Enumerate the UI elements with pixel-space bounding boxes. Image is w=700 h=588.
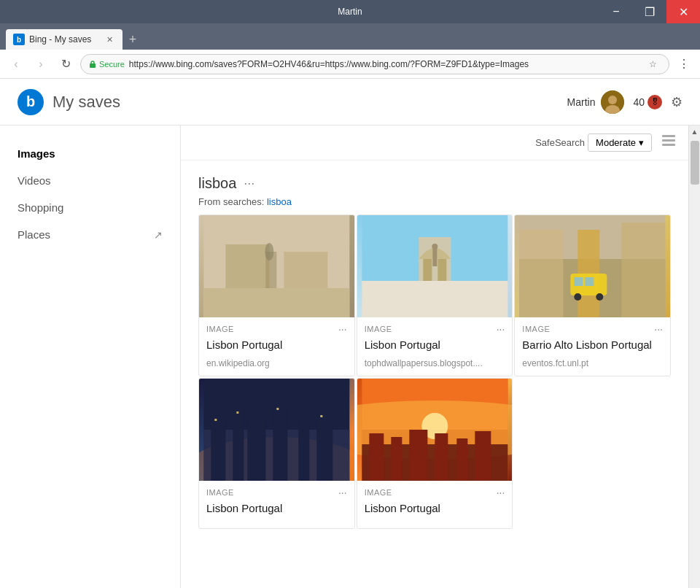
title-bar-username: Martin bbox=[338, 7, 362, 17]
main-content: SafeSearch Moderate ▾ lis bbox=[181, 125, 688, 588]
svg-rect-25 bbox=[586, 277, 594, 286]
sidebar-item-videos-label: Videos bbox=[18, 174, 51, 187]
page-header: b My saves Martin 40 🎖 ⚙ bbox=[0, 79, 700, 125]
sidebar-item-places-label: Places bbox=[18, 228, 50, 241]
svg-rect-35 bbox=[247, 419, 265, 481]
user-info[interactable]: Martin bbox=[567, 90, 625, 114]
browser-more-button[interactable]: ⋮ bbox=[674, 54, 694, 74]
bookmark-button[interactable]: ☆ bbox=[644, 55, 661, 73]
image-card-body: IMAGE ··· Lisbon Portugal bbox=[357, 481, 513, 529]
sidebar-item-places[interactable]: Places ↗ bbox=[0, 221, 180, 248]
image-card-meta: IMAGE ··· bbox=[522, 323, 663, 335]
image-thumbnail bbox=[199, 215, 354, 317]
image-type-label: IMAGE bbox=[206, 488, 234, 497]
dropdown-icon: ▾ bbox=[639, 137, 644, 148]
search-tag: lisboa ··· bbox=[198, 175, 671, 192]
places-arrow-icon: ↗ bbox=[154, 229, 163, 241]
sidebar-item-images[interactable]: Images bbox=[0, 140, 180, 167]
image-thumbnail bbox=[199, 379, 354, 481]
image-more-button[interactable]: ··· bbox=[338, 323, 347, 335]
image-more-button[interactable]: ··· bbox=[497, 323, 505, 335]
user-name: Martin bbox=[567, 96, 596, 108]
image-title: Lisbon Portugal bbox=[206, 501, 347, 516]
image-card[interactable]: IMAGE ··· Lisbon Portugal bbox=[198, 378, 355, 530]
safesearch-label: SafeSearch bbox=[535, 137, 585, 148]
svg-rect-14 bbox=[362, 281, 508, 317]
sidebar-item-shopping[interactable]: Shopping bbox=[0, 194, 180, 221]
image-more-button[interactable]: ··· bbox=[654, 323, 663, 335]
sidebar-item-images-label: Images bbox=[18, 147, 55, 160]
image-card-meta: IMAGE ··· bbox=[206, 323, 347, 335]
tab-favicon: b bbox=[13, 34, 25, 45]
image-card[interactable]: IMAGE ··· Lisbon Portugal bbox=[357, 378, 513, 530]
image-title: Lisbon Portugal bbox=[206, 338, 347, 352]
image-card-meta: IMAGE ··· bbox=[365, 323, 505, 335]
svg-rect-49 bbox=[391, 437, 402, 481]
image-more-button[interactable]: ··· bbox=[497, 487, 505, 498]
image-source: tophdwallpapersus.blogspot.... bbox=[365, 358, 505, 368]
browser-content: b My saves Martin 40 🎖 ⚙ bbox=[0, 79, 700, 588]
forward-button[interactable]: › bbox=[31, 54, 51, 74]
safesearch-value: Moderate bbox=[596, 137, 636, 148]
scroll-up-button[interactable]: ▲ bbox=[689, 125, 701, 138]
secure-label: Secure bbox=[99, 60, 125, 69]
image-card[interactable]: IMAGE ··· Lisbon Portugal en.wikipedia.o… bbox=[198, 214, 355, 376]
scroll-thumb[interactable] bbox=[691, 141, 699, 185]
image-card-meta: IMAGE ··· bbox=[365, 487, 505, 498]
maximize-button[interactable]: ❐ bbox=[633, 0, 666, 23]
list-view-icon[interactable] bbox=[661, 133, 677, 152]
image-card[interactable]: IMAGE ··· Lisbon Portugal tophdwallpaper… bbox=[357, 214, 513, 376]
svg-point-12 bbox=[265, 243, 273, 260]
svg-rect-33 bbox=[211, 415, 225, 481]
svg-rect-0 bbox=[90, 63, 96, 68]
settings-icon[interactable]: ⚙ bbox=[671, 94, 682, 110]
browser-scrollbar[interactable]: ▲ bbox=[688, 125, 700, 588]
close-button[interactable]: ✕ bbox=[666, 0, 700, 23]
image-type-label: IMAGE bbox=[365, 325, 392, 333]
sidebar-item-shopping-label: Shopping bbox=[18, 201, 63, 214]
header-right: Martin 40 🎖 ⚙ bbox=[567, 90, 682, 114]
minimize-button[interactable]: − bbox=[599, 0, 633, 23]
from-searches-link[interactable]: lisboa bbox=[267, 196, 292, 207]
url-bar[interactable]: Secure https://www.bing.com/saves?FORM=O… bbox=[80, 54, 669, 74]
svg-rect-50 bbox=[409, 430, 427, 481]
content-toolbar: SafeSearch Moderate ▾ bbox=[181, 125, 688, 160]
image-card-body: IMAGE ··· Barrio Alto Lisbon Portugal ev… bbox=[515, 317, 670, 376]
svg-rect-51 bbox=[435, 433, 448, 481]
svg-point-19 bbox=[432, 244, 438, 249]
safesearch-control: SafeSearch Moderate ▾ bbox=[535, 134, 652, 152]
svg-point-26 bbox=[575, 293, 582, 301]
svg-rect-6 bbox=[662, 144, 675, 146]
image-card[interactable]: IMAGE ··· Barrio Alto Lisbon Portugal ev… bbox=[514, 214, 671, 376]
image-thumbnail bbox=[357, 379, 513, 481]
avatar[interactable] bbox=[601, 90, 624, 114]
svg-rect-8 bbox=[203, 288, 349, 317]
window-controls: − ❐ ✕ bbox=[599, 0, 700, 23]
search-tag-more-button[interactable]: ··· bbox=[244, 176, 254, 191]
bing-logo-area: b My saves bbox=[18, 89, 120, 115]
svg-rect-5 bbox=[662, 139, 675, 142]
image-thumbnail bbox=[357, 215, 513, 317]
back-button[interactable]: ‹ bbox=[6, 54, 26, 74]
image-more-button[interactable]: ··· bbox=[338, 487, 347, 498]
image-title: Lisbon Portugal bbox=[365, 501, 505, 516]
image-card-meta: IMAGE ··· bbox=[206, 487, 347, 498]
image-type-label: IMAGE bbox=[522, 325, 550, 333]
safesearch-button[interactable]: Moderate ▾ bbox=[588, 134, 652, 152]
image-title: Barrio Alto Lisbon Portugal bbox=[522, 338, 663, 352]
browser-tab-active[interactable]: b Bing - My saves ✕ bbox=[6, 29, 122, 50]
image-card-body: IMAGE ··· Lisbon Portugal en.wikipedia.o… bbox=[199, 317, 354, 376]
svg-point-2 bbox=[608, 96, 617, 104]
svg-point-27 bbox=[596, 293, 604, 301]
svg-rect-9 bbox=[225, 244, 269, 288]
bing-logo: b bbox=[18, 89, 44, 115]
svg-rect-48 bbox=[369, 433, 384, 481]
sidebar-item-videos[interactable]: Videos bbox=[0, 167, 180, 194]
svg-rect-24 bbox=[575, 277, 583, 286]
url-text: https://www.bing.com/saves?FORM=O2HV46&r… bbox=[129, 59, 639, 69]
image-type-label: IMAGE bbox=[206, 325, 234, 333]
refresh-button[interactable]: ↻ bbox=[55, 54, 76, 74]
new-tab-button[interactable]: + bbox=[122, 29, 143, 50]
svg-rect-16 bbox=[423, 259, 432, 281]
tab-close-button[interactable]: ✕ bbox=[104, 34, 115, 45]
